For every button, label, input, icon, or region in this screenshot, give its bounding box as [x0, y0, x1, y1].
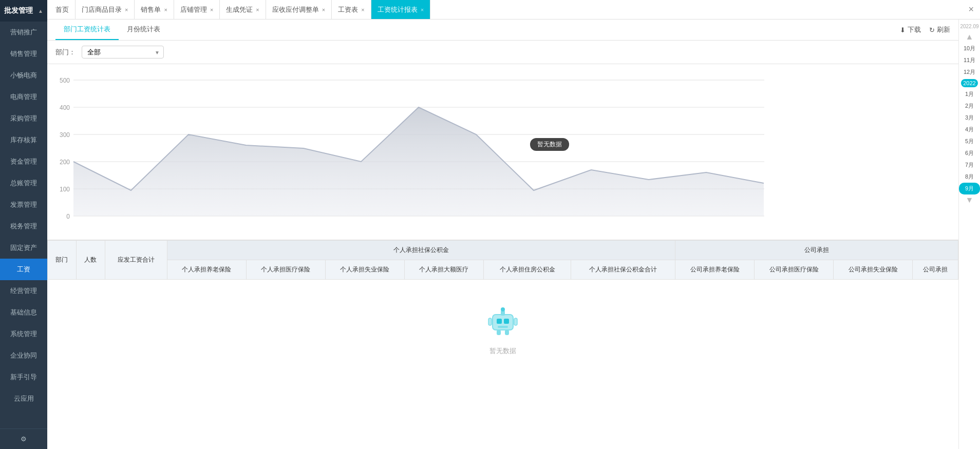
tab-label: 店铺管理: [180, 5, 207, 14]
th-personal-unemployment: 个人承担失业保险: [325, 260, 404, 280]
timeline-month-sep[interactable]: 9月: [959, 183, 980, 194]
th-company-pension: 公司承担养老保险: [675, 260, 755, 280]
sidebar-item-cloud[interactable]: 云应用: [0, 388, 47, 409]
content-area: 部门工资统计表 月份统计表 ⬇ 下载 ↻ 刷新: [47, 19, 980, 449]
tab-close-icon[interactable]: ×: [256, 7, 259, 13]
payroll-stats-table: 部门 人数 应发工资合计 个人承担社保公积金 公司承担 个人承担养老保险 个人承…: [47, 240, 958, 376]
sidebar-item-payroll[interactable]: 工资: [0, 259, 47, 280]
th-headcount: 人数: [76, 241, 105, 280]
refresh-icon: ↻: [929, 26, 935, 34]
sidebar-item-ecommerce-mgmt[interactable]: 电商管理: [0, 86, 47, 108]
tab-voucher[interactable]: 生成凭证 ×: [220, 0, 266, 19]
tab-close-icon[interactable]: ×: [210, 7, 213, 13]
tab-label: 门店商品目录: [82, 5, 122, 14]
sidebar-item-label: 电商管理: [10, 93, 37, 101]
sidebar-arrow-icon: ▲: [38, 8, 43, 14]
tab-sales-order[interactable]: 销售单 ×: [135, 0, 174, 19]
sidebar-item-tax[interactable]: 税务管理: [0, 216, 47, 237]
timeline-month-feb[interactable]: 2月: [959, 100, 980, 112]
timeline-month-dec[interactable]: 12月: [959, 66, 980, 78]
timeline-month-jun[interactable]: 6月: [959, 147, 980, 159]
sidebar-item-label: 工资: [17, 265, 30, 273]
empty-state: 暂无数据: [48, 280, 958, 376]
sidebar-item-guide[interactable]: 新手引导: [0, 366, 47, 388]
filter-bar: 部门： 全部 销售部 财务部 运营部 技术部: [47, 41, 958, 64]
sidebar-item-sales[interactable]: 销售管理: [0, 43, 47, 65]
page-panel: 部门工资统计表 月份统计表 ⬇ 下载 ↻ 刷新: [47, 19, 958, 449]
timeline-month-apr[interactable]: 4月: [959, 124, 980, 135]
tab-label: 生成凭证: [226, 5, 253, 14]
sidebar-item-label: 营销推广: [10, 28, 37, 36]
tab-close-icon[interactable]: ×: [322, 7, 325, 13]
th-company-medical: 公司承担医疗保险: [755, 260, 834, 280]
timeline-month-nov[interactable]: 11月: [959, 54, 980, 66]
tab-label: 首页: [55, 5, 69, 14]
sub-tab-department[interactable]: 部门工资统计表: [55, 19, 119, 40]
tab-payroll-sheet[interactable]: 工资表 ×: [332, 0, 371, 19]
timeline-month-mar[interactable]: 3月: [959, 112, 980, 124]
tab-store-mgmt[interactable]: 店铺管理 ×: [174, 0, 220, 19]
timeline-year-badge-2022[interactable]: 2022: [961, 79, 977, 87]
sidebar-item-collab[interactable]: 企业协同: [0, 345, 47, 366]
tab-bar: 首页 门店商品目录 × 销售单 × 店铺管理 × 生成凭证 × 应收应付调整单 …: [47, 0, 980, 19]
timeline-month-aug[interactable]: 8月: [959, 171, 980, 183]
svg-rect-15: [505, 330, 509, 335]
svg-rect-13: [514, 318, 517, 325]
tab-label: 应收应付调整单: [272, 5, 319, 14]
close-all-tabs-icon[interactable]: ×: [968, 4, 974, 15]
refresh-button[interactable]: ↻ 刷新: [929, 25, 950, 34]
tab-close-icon[interactable]: ×: [421, 7, 424, 13]
th-department: 部门: [48, 241, 77, 280]
tab-ar-ap[interactable]: 应收应付调整单 ×: [266, 0, 332, 19]
sub-tab-monthly[interactable]: 月份统计表: [119, 19, 168, 40]
timeline-down-arrow[interactable]: ▼: [965, 194, 975, 206]
sidebar-top[interactable]: 批发管理 ▲: [0, 0, 47, 22]
data-table-container: 部门 人数 应发工资合计 个人承担社保公积金 公司承担 个人承担养老保险 个人承…: [47, 240, 958, 449]
department-select-wrap[interactable]: 全部 销售部 财务部 运营部 技术部: [82, 46, 164, 58]
tab-close-icon[interactable]: ×: [164, 7, 167, 13]
sidebar-item-label: 系统管理: [10, 330, 37, 338]
sidebar-settings-button[interactable]: ⚙: [0, 428, 47, 449]
sidebar-item-marketing[interactable]: 营销推广: [0, 22, 47, 43]
timeline-panel: 2022.09 ▲ 10月 11月 12月 2022 1月 2月 3月 4月 5…: [958, 19, 980, 449]
timeline-month-jul[interactable]: 7月: [959, 159, 980, 171]
sub-tab-label: 部门工资统计表: [64, 25, 110, 33]
tab-bar-end: ×: [968, 4, 978, 15]
department-select[interactable]: 全部 销售部 财务部 运营部 技术部: [82, 46, 164, 58]
tab-home[interactable]: 首页: [49, 0, 76, 19]
timeline-month-jan[interactable]: 1月: [959, 88, 980, 100]
empty-robot-icon: [482, 300, 523, 341]
download-button[interactable]: ⬇ 下载: [900, 25, 921, 34]
timeline-year-2022-label[interactable]: 2022.09: [959, 22, 979, 31]
sidebar-item-inventory[interactable]: 库存核算: [0, 129, 47, 151]
th-personal-major-medical: 个人承担大额医疗: [404, 260, 483, 280]
svg-rect-12: [488, 318, 492, 325]
sidebar-item-label: 发票管理: [10, 201, 37, 208]
empty-state-label: 暂无数据: [489, 346, 516, 356]
sidebar-item-assets[interactable]: 固定资产: [0, 237, 47, 259]
tab-store-catalog[interactable]: 门店商品目录 ×: [76, 0, 135, 19]
tab-close-icon[interactable]: ×: [361, 7, 364, 13]
tab-payroll-report[interactable]: 工资统计报表 ×: [371, 0, 430, 19]
sidebar-item-invoice[interactable]: 发票管理: [0, 194, 47, 216]
sidebar-item-ledger[interactable]: 总账管理: [0, 172, 47, 194]
sub-tabs-left: 部门工资统计表 月份统计表: [55, 19, 168, 40]
sidebar-item-purchase[interactable]: 采购管理: [0, 108, 47, 129]
tab-close-icon[interactable]: ×: [125, 7, 128, 13]
sidebar-item-funds[interactable]: 资金管理: [0, 151, 47, 172]
sidebar-item-operations[interactable]: 经营管理: [0, 280, 47, 302]
sidebar-item-label: 固定资产: [10, 244, 37, 251]
svg-rect-7: [497, 319, 502, 324]
sidebar-item-label: 采购管理: [10, 114, 37, 122]
timeline-month-oct[interactable]: 10月: [959, 43, 980, 54]
th-company-unemployment: 公司承担失业保险: [834, 260, 913, 280]
chart-container: 500 400 300 200 100 0: [47, 64, 958, 240]
sidebar-item-basic-info[interactable]: 基础信息: [0, 302, 47, 323]
timeline-up-arrow[interactable]: ▲: [965, 31, 975, 43]
sidebar-item-label: 资金管理: [10, 158, 37, 165]
refresh-label: 刷新: [937, 25, 950, 34]
sidebar-item-system[interactable]: 系统管理: [0, 323, 47, 345]
svg-rect-14: [497, 330, 501, 335]
sidebar-item-ecommerce-small[interactable]: 小畅电商: [0, 65, 47, 86]
timeline-month-may[interactable]: 5月: [959, 135, 980, 147]
